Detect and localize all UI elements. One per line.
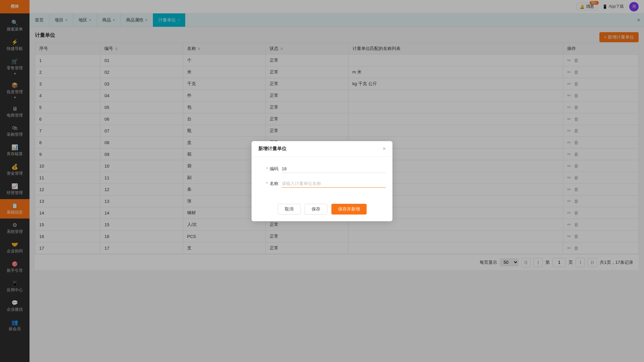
name-label: * 名称 [258,181,278,187]
modal-title: 新增计量单位 [258,146,286,152]
cancel-button[interactable]: 取消 [278,204,301,215]
modal-header: 新增计量单位 × [252,141,392,157]
add-unit-modal: 新增计量单位 × * 编码 * 名称 取消 保存 保存并新增 [252,141,392,221]
name-input[interactable] [282,180,386,188]
code-label: * 编码 [258,166,278,172]
code-required-mark: * [266,166,268,171]
code-form-row: * 编码 [258,165,386,173]
name-required-mark: * [266,181,268,186]
modal-overlay[interactable]: 新增计量单位 × * 编码 * 名称 取消 保存 保存并新增 [0,0,644,362]
save-button[interactable]: 保存 [305,204,327,215]
code-input[interactable] [282,165,386,173]
modal-body: * 编码 * 名称 [252,157,392,200]
modal-close-button[interactable]: × [383,146,386,152]
save-and-add-button[interactable]: 保存并新增 [331,204,367,215]
modal-footer: 取消 保存 保存并新增 [252,200,392,221]
name-form-row: * 名称 [258,180,386,188]
